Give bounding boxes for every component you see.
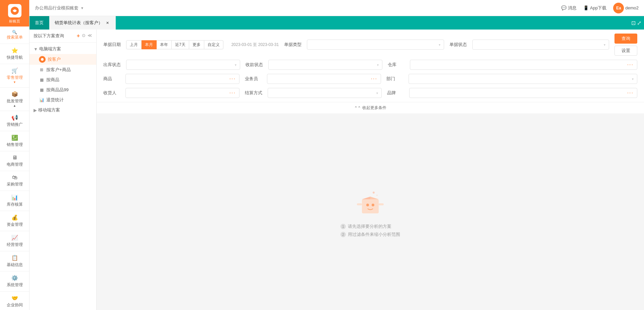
receipt-status-arrow: ▾: [377, 63, 379, 67]
tree-item-by-goods-99[interactable]: ▦ 按商品品99: [30, 85, 96, 95]
sidebar-item-basic[interactable]: 📋 基础信息: [0, 251, 29, 271]
recipient-dots: ···: [229, 90, 236, 96]
panel-header-actions: + ⊙ ≪: [77, 33, 92, 39]
department-label: 部门: [386, 76, 403, 82]
search-icon: 🔍: [12, 30, 17, 35]
sidebar-ecommerce-label: 电商管理: [7, 162, 23, 167]
doc-type-select[interactable]: ▾: [307, 40, 444, 50]
brand-label: 品牌: [387, 90, 404, 96]
tree-item-by-customer[interactable]: 按客户: [30, 54, 96, 65]
collapse-row[interactable]: ⌃⌃ 收起更多条件: [97, 102, 644, 113]
sidebar-item-system[interactable]: ⚙️ 系统管理: [0, 271, 29, 292]
date-btn-last-7-days[interactable]: 近7天: [172, 40, 189, 49]
tab-minimize-icon[interactable]: ⊡: [631, 20, 636, 26]
app-download-button[interactable]: 📱 App下载: [583, 5, 606, 11]
workspace-dropdown-icon[interactable]: ▾: [81, 6, 83, 10]
doc-status-select[interactable]: ▾: [472, 40, 609, 50]
sidebar-item-finance[interactable]: 💰 资金管理: [0, 211, 29, 231]
by-customer-active-icon: [39, 56, 46, 63]
collapse-label: 收起更多条件: [362, 105, 386, 111]
logo-text: 标账页: [9, 19, 20, 24]
app-logo: 标账页: [0, 0, 30, 27]
tree-item-by-customer-goods-label: 按客户+商品: [46, 67, 71, 73]
returns-icon: 📊: [39, 97, 44, 103]
date-btn-last-month[interactable]: 上月: [126, 40, 142, 49]
settlement-arrow: ▾: [376, 91, 378, 95]
tab-close-button[interactable]: ✕: [105, 20, 110, 25]
sidebar-marketing-label: 营销推广: [7, 122, 23, 127]
app-download-label: App下载: [590, 5, 606, 11]
tree-item-by-customer-goods[interactable]: ⊞ 按客户+商品: [30, 65, 96, 75]
sidebar-item-purchase[interactable]: 🛍 采购管理: [0, 171, 29, 191]
settings-scheme-icon[interactable]: ⊙: [82, 33, 86, 39]
tab-expand-icon[interactable]: ⤢: [637, 20, 641, 26]
tree-group-desktop[interactable]: ▼ 电脑端方案: [30, 44, 96, 54]
filter-row-2: 出库状态 ▾ 收款状态 ▾ 仓库 ···: [103, 60, 637, 70]
retail-icon: 🛒: [11, 67, 18, 74]
settings-button[interactable]: 设置: [614, 46, 637, 56]
doc-status-label: 单据状态: [449, 42, 467, 48]
tree-item-by-goods[interactable]: ▦ 按商品: [30, 75, 96, 85]
empty-state: 1 请先选择要分析的方案 2 用过滤条件来缩小分析范围: [97, 113, 644, 310]
out-status-select[interactable]: ▾: [126, 60, 240, 70]
sidebar-item-sales[interactable]: 💹 销售管理: [0, 131, 29, 151]
tree-item-returns[interactable]: 📊 退货统计: [30, 95, 96, 105]
date-btn-this-year[interactable]: 本年: [157, 40, 172, 49]
basic-icon: 📋: [11, 255, 18, 261]
download-icon: 📱: [583, 5, 589, 10]
sidebar-item-retail[interactable]: 🛒 零售管理 ▼: [0, 64, 29, 88]
sidebar-inventory-label: 库存核算: [7, 202, 23, 207]
sidebar-item-ecommerce[interactable]: 🖥 电商管理: [0, 151, 29, 171]
tip-num-1: 1: [340, 224, 346, 229]
sidebar-item-operations[interactable]: 📈 经营管理: [0, 231, 29, 251]
marketing-icon: 📢: [11, 114, 18, 121]
message-button[interactable]: 💬 消息: [561, 5, 577, 11]
tree-group-mobile[interactable]: ▶ 移动端方案: [30, 105, 96, 115]
quick-nav-icon: ⭐: [11, 47, 18, 54]
sidebar-item-inventory[interactable]: 📊 库存核算: [0, 191, 29, 211]
warehouse-select[interactable]: ···: [410, 60, 637, 70]
sidebar-item-search[interactable]: 🔍 搜索菜单: [0, 27, 29, 44]
sidebar-item-marketing[interactable]: 📢 营销推广: [0, 111, 29, 131]
wholesale-icon: 📦: [11, 91, 18, 97]
out-status-arrow: ▾: [235, 63, 236, 67]
panel-header: 按以下方案查询 + ⊙ ≪: [30, 30, 96, 43]
system-icon: ⚙️: [11, 275, 18, 281]
sidebar: 标账页 🔍 搜索菜单 ⭐ 快捷导航 🛒 零售管理 ▼ 📦 批发管理 ▲ 📢 营销…: [0, 0, 30, 310]
date-btn-this-month[interactable]: 本月: [142, 40, 157, 49]
date-btn-more[interactable]: 更多: [189, 40, 204, 49]
user-profile-button[interactable]: Ea demo2: [613, 3, 639, 13]
sidebar-item-wholesale[interactable]: 📦 批发管理 ▲: [0, 88, 29, 111]
department-arrow: ▾: [632, 77, 634, 81]
salesperson-select[interactable]: ···: [267, 74, 381, 84]
panel-title: 按以下方案查询: [34, 33, 64, 39]
date-btn-custom[interactable]: 自定义: [204, 40, 223, 49]
ecommerce-icon: 🖥: [12, 155, 17, 161]
empty-tips: 1 请先选择要分析的方案 2 用过滤条件来缩小分析范围: [340, 223, 400, 238]
tree-item-by-customer-label: 按客户: [48, 56, 61, 62]
sidebar-purchase-label: 采购管理: [7, 182, 23, 187]
sidebar-item-enterprise[interactable]: 🤝 企业协同: [0, 292, 29, 310]
department-select[interactable]: ▾: [409, 74, 637, 84]
collapse-panel-icon[interactable]: ≪: [88, 33, 92, 39]
recipient-select[interactable]: ···: [125, 88, 239, 98]
right-panel: 单据日期 上月 本月 本年 近7天 更多 自定义 2023-03-01 至 20…: [97, 30, 644, 310]
operations-icon: 📈: [11, 235, 18, 241]
filter-row-date: 单据日期 上月 本月 本年 近7天 更多 自定义 2023-03-01 至 20…: [103, 34, 637, 56]
tab-home[interactable]: 首页: [30, 16, 49, 30]
brand-select[interactable]: ···: [409, 88, 637, 98]
filter-row-3: 商品 ··· 业务员 ··· 部门 ▾: [103, 74, 637, 84]
tab-sales-stats[interactable]: 销货单统计表（按客户） ✕: [49, 16, 116, 30]
workspace-title: 办公用品行业模拟账套: [35, 5, 78, 11]
add-scheme-button[interactable]: +: [77, 33, 80, 39]
receipt-status-select[interactable]: ▾: [268, 60, 382, 70]
tree-item-by-goods-99-label: 按商品品99: [46, 87, 68, 93]
query-button[interactable]: 查询: [614, 34, 637, 44]
salesperson-dots: ···: [371, 76, 377, 82]
sidebar-retail-label: 零售管理: [7, 75, 23, 81]
sidebar-enterprise-label: 企业协同: [7, 302, 23, 308]
settlement-select[interactable]: ▾: [268, 88, 382, 98]
sidebar-item-quick-nav[interactable]: ⭐ 快捷导航: [0, 44, 29, 64]
doc-type-dropdown-arrow: ▾: [439, 43, 440, 47]
goods-select[interactable]: ···: [125, 74, 239, 84]
